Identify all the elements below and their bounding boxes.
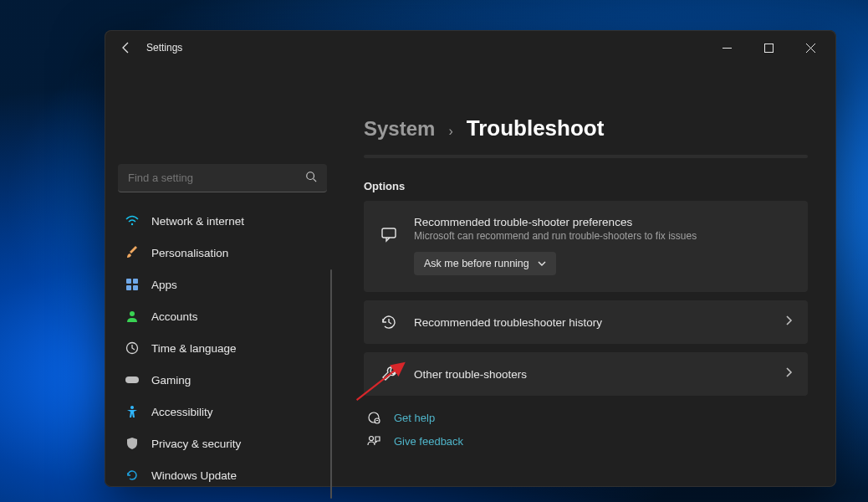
get-help-link[interactable]: Get help [367, 411, 808, 424]
brush-icon [125, 245, 140, 260]
loading-bar [364, 155, 808, 158]
breadcrumb: System › Troubleshoot [364, 115, 808, 141]
chevron-right-icon: › [448, 124, 452, 139]
section-title: Options [364, 180, 808, 192]
sidebar-item-personalisation[interactable]: Personalisation [116, 238, 327, 268]
sidebar-item-network[interactable]: Network & internet [116, 206, 327, 236]
breadcrumb-parent[interactable]: System [364, 117, 435, 141]
update-icon [125, 468, 140, 483]
breadcrumb-current: Troubleshoot [467, 115, 605, 141]
maximize-icon [764, 44, 774, 53]
close-button[interactable] [791, 35, 830, 60]
sidebar-scrollbar[interactable] [330, 269, 332, 499]
gamepad-icon [125, 372, 140, 387]
main-content: System › Troubleshoot Options Recommende… [339, 65, 836, 487]
give-feedback-link[interactable]: Give feedback [367, 434, 808, 448]
row-label: Recommended troubleshooter history [414, 316, 769, 329]
back-button[interactable] [120, 41, 133, 54]
window-title: Settings [146, 42, 182, 54]
sidebar: Network & internet Personalisation Apps … [105, 65, 339, 487]
sidebar-item-label: Accessibility [151, 406, 213, 418]
svg-rect-7 [126, 279, 131, 284]
sidebar-item-label: Network & internet [151, 215, 244, 228]
pref-title: Recommended trouble-shooter preferences [414, 216, 793, 228]
wrench-icon [379, 366, 399, 382]
chat-icon [379, 226, 399, 243]
svg-point-6 [131, 223, 133, 225]
sidebar-item-label: Personalisation [151, 247, 228, 259]
arrow-left-icon [120, 41, 133, 54]
sidebar-item-label: Gaming [151, 374, 191, 387]
svg-point-14 [130, 406, 134, 409]
search-icon [305, 171, 317, 186]
chevron-right-icon [784, 315, 793, 330]
svg-rect-13 [125, 376, 139, 383]
row-label: Other trouble-shooters [414, 368, 769, 381]
clock-icon [125, 341, 140, 356]
shield-icon [125, 436, 140, 451]
search-wrap [118, 164, 327, 192]
sidebar-item-label: Windows Update [151, 469, 237, 482]
chevron-right-icon [784, 366, 793, 382]
minimize-button[interactable] [707, 35, 746, 60]
get-help-text: Get help [394, 412, 435, 424]
apps-icon [125, 277, 140, 292]
sidebar-item-privacy[interactable]: Privacy & security [116, 428, 327, 458]
accessibility-icon [125, 404, 140, 419]
pref-dropdown-value: Ask me before running [424, 258, 529, 269]
feedback-icon [367, 434, 382, 448]
person-icon [125, 309, 140, 324]
svg-rect-1 [764, 44, 773, 52]
give-feedback-text: Give feedback [394, 435, 463, 448]
sidebar-item-label: Time & language [151, 342, 237, 355]
sidebar-item-accessibility[interactable]: Accessibility [116, 397, 327, 427]
preferences-card: Recommended trouble-shooter preferences … [364, 201, 808, 292]
minimize-icon [722, 44, 732, 53]
sidebar-item-gaming[interactable]: Gaming [116, 365, 327, 395]
sidebar-item-apps[interactable]: Apps [116, 269, 327, 300]
other-troubleshooters-row[interactable]: Other trouble-shooters [364, 352, 808, 396]
svg-point-17 [375, 418, 380, 423]
sidebar-item-time[interactable]: Time & language [116, 333, 327, 363]
svg-point-4 [307, 172, 314, 180]
search-input[interactable] [118, 164, 327, 192]
svg-point-11 [130, 311, 135, 316]
help-icon [367, 411, 382, 424]
titlebar: Settings [105, 30, 836, 65]
svg-point-18 [370, 437, 374, 441]
svg-rect-15 [382, 228, 396, 238]
pref-dropdown[interactable]: Ask me before running [414, 252, 556, 275]
sidebar-item-update[interactable]: Windows Update [116, 460, 327, 490]
svg-rect-9 [126, 285, 131, 290]
close-icon [806, 44, 815, 53]
sidebar-item-accounts[interactable]: Accounts [116, 301, 327, 331]
chevron-down-icon [538, 259, 546, 268]
pref-subtitle: Microsoft can recommend and run trouble-… [414, 230, 793, 242]
svg-line-5 [314, 179, 317, 182]
wifi-icon [125, 213, 140, 228]
svg-rect-8 [133, 279, 138, 284]
history-icon [379, 314, 399, 330]
sidebar-item-label: Apps [151, 279, 177, 291]
settings-window: Settings [105, 30, 836, 487]
maximize-button[interactable] [749, 35, 788, 60]
sidebar-item-label: Privacy & security [151, 438, 241, 450]
svg-rect-10 [133, 285, 138, 290]
history-row[interactable]: Recommended troubleshooter history [364, 300, 808, 344]
nav: Network & internet Personalisation Apps … [116, 206, 327, 490]
sidebar-item-label: Accounts [151, 310, 198, 323]
